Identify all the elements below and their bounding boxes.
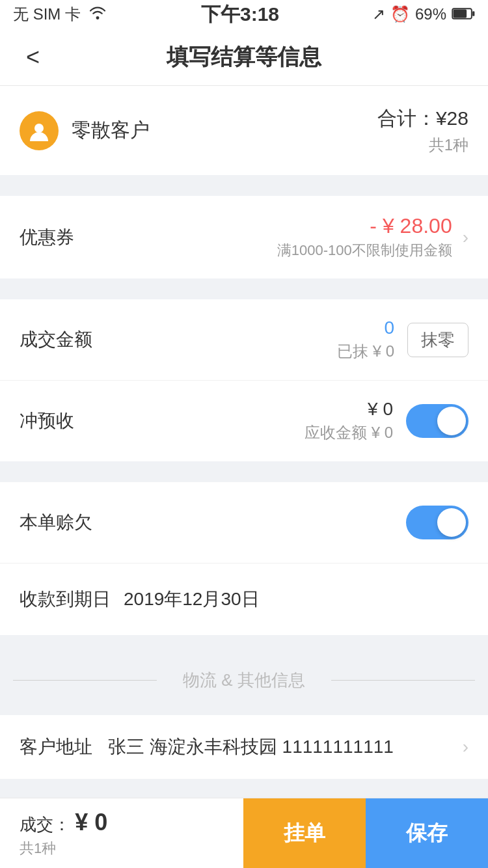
content-area: 零散客户 合计：¥28 共1种 优惠券 - ¥ 28.00 满1000-100不… bbox=[0, 86, 488, 867]
pre-receive-row: 冲预收 ¥ 0 应收金额 ¥ 0 bbox=[0, 381, 488, 461]
hangup-button[interactable]: 挂单 bbox=[243, 798, 366, 868]
logistics-divider: 物流 & 其他信息 bbox=[0, 656, 488, 705]
pre-receive-toggle[interactable] bbox=[406, 404, 468, 438]
pre-receive-sub: 应收金额 ¥ 0 bbox=[305, 422, 393, 443]
bottom-deal-label: 成交： ¥ 0 bbox=[20, 809, 224, 836]
coupon-discount: - ¥ 28.00 bbox=[277, 214, 452, 238]
svg-point-3 bbox=[34, 124, 44, 133]
coupon-card: 优惠券 - ¥ 28.00 满1000-100不限制使用金额 › bbox=[0, 196, 488, 278]
customer-name: 零散客户 bbox=[72, 117, 150, 144]
svg-rect-2 bbox=[472, 11, 474, 16]
address-value: 张三 海淀永丰科技园 11111111111 bbox=[108, 735, 463, 759]
svg-rect-1 bbox=[454, 10, 467, 18]
bottom-bar: 成交： ¥ 0 共1种 挂单 保存 bbox=[0, 798, 488, 868]
debt-toggle-knob bbox=[437, 508, 466, 537]
customer-row: 零散客户 合计：¥28 共1种 bbox=[0, 86, 488, 175]
pre-receive-right: ¥ 0 应收金额 ¥ 0 bbox=[305, 399, 468, 443]
total-price: 合计：¥28 bbox=[377, 105, 468, 132]
deal-count: 共1种 bbox=[20, 839, 224, 858]
address-row[interactable]: 客户地址 张三 海淀永丰科技园 11111111111 › bbox=[0, 715, 488, 779]
total-count: 共1种 bbox=[377, 135, 468, 156]
due-date-value: 2019年12月30日 bbox=[124, 587, 260, 612]
debt-row: 本单赊欠 bbox=[0, 482, 488, 563]
debt-label: 本单赊欠 bbox=[20, 510, 92, 535]
deal-price: ¥ 0 bbox=[75, 809, 107, 835]
toggle-knob bbox=[437, 407, 466, 435]
customer-right: 合计：¥28 共1种 bbox=[377, 105, 468, 156]
due-date-row: 收款到期日 2019年12月30日 bbox=[0, 563, 488, 635]
pre-receive-label: 冲预收 bbox=[20, 409, 74, 433]
avatar bbox=[20, 111, 59, 150]
coupon-row[interactable]: 优惠券 - ¥ 28.00 满1000-100不限制使用金额 › bbox=[0, 196, 488, 278]
page-title: 填写结算等信息 bbox=[167, 42, 321, 72]
address-chevron: › bbox=[463, 737, 468, 757]
pre-receive-values: ¥ 0 应收金额 ¥ 0 bbox=[305, 399, 393, 443]
status-bar: 无 SIM 卡 下午3:18 ↗ ⏰ 69% bbox=[0, 0, 488, 29]
battery-icon bbox=[452, 5, 475, 23]
due-date-label: 收款到期日 bbox=[20, 587, 111, 612]
location-icon: ↗ bbox=[372, 5, 385, 23]
coupon-chevron: › bbox=[463, 227, 468, 248]
debt-toggle[interactable] bbox=[406, 506, 468, 539]
back-button[interactable]: < bbox=[20, 37, 46, 77]
battery-label: 69% bbox=[415, 5, 446, 23]
coupon-right: - ¥ 28.00 满1000-100不限制使用金额 › bbox=[277, 214, 468, 260]
address-card: 客户地址 张三 海淀永丰科技园 11111111111 › bbox=[0, 715, 488, 779]
amount-values: 0 已抹 ¥ 0 bbox=[337, 318, 394, 362]
save-button[interactable]: 保存 bbox=[366, 798, 488, 868]
coupon-values: - ¥ 28.00 满1000-100不限制使用金额 bbox=[277, 214, 452, 260]
status-right: ↗ ⏰ 69% bbox=[372, 5, 475, 23]
debt-section: 本单赊欠 收款到期日 2019年12月30日 bbox=[0, 482, 488, 635]
divider-line-left bbox=[13, 680, 157, 681]
amount-value[interactable]: 0 bbox=[337, 318, 394, 338]
amount-row: 成交金额 0 已抹 ¥ 0 抹零 bbox=[0, 299, 488, 381]
status-left: 无 SIM 卡 bbox=[13, 4, 108, 25]
nav-bar: < 填写结算等信息 bbox=[0, 29, 488, 86]
alarm-icon: ⏰ bbox=[390, 5, 410, 23]
status-time: 下午3:18 bbox=[201, 1, 279, 28]
amount-label: 成交金额 bbox=[20, 327, 92, 352]
address-label: 客户地址 bbox=[20, 735, 92, 759]
customer-left: 零散客户 bbox=[20, 111, 150, 150]
customer-card: 零散客户 合计：¥28 共1种 bbox=[0, 86, 488, 175]
wifi-icon bbox=[87, 5, 108, 23]
bottom-left: 成交： ¥ 0 共1种 bbox=[0, 809, 243, 858]
coupon-desc: 满1000-100不限制使用金额 bbox=[277, 241, 452, 260]
logistics-label: 物流 & 其他信息 bbox=[170, 669, 318, 692]
divider-line-right bbox=[331, 680, 475, 681]
coupon-label: 优惠券 bbox=[20, 225, 74, 250]
pre-receive-main: ¥ 0 bbox=[305, 399, 393, 420]
deal-prefix: 成交： bbox=[20, 815, 70, 834]
amount-section: 成交金额 0 已抹 ¥ 0 抹零 冲预收 ¥ 0 应收金额 ¥ 0 bbox=[0, 299, 488, 461]
amount-right: 0 已抹 ¥ 0 抹零 bbox=[337, 318, 468, 362]
no-sim-label: 无 SIM 卡 bbox=[13, 4, 81, 25]
amount-sub: 已抹 ¥ 0 bbox=[337, 341, 394, 362]
round-zero-button[interactable]: 抹零 bbox=[407, 323, 468, 357]
